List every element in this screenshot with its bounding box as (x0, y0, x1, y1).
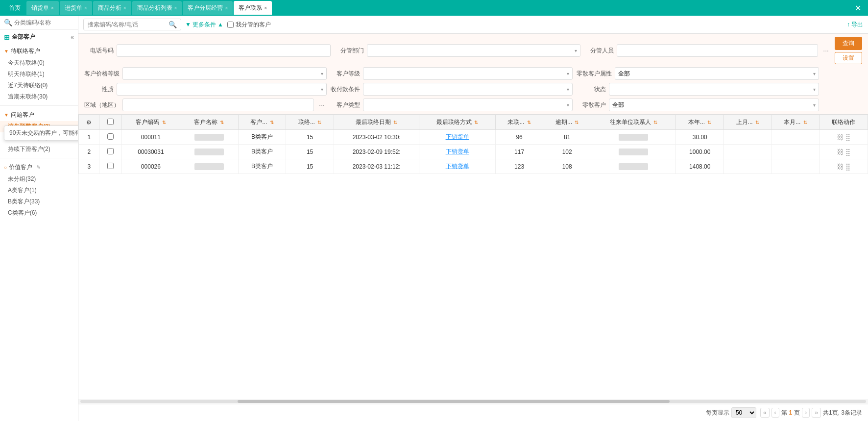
dots-icon-2[interactable]: ··· (317, 101, 327, 109)
row-checkbox[interactable] (107, 163, 114, 169)
sort-icon: ⇅ (220, 120, 224, 125)
th-contact2[interactable]: 往来单位联系人 ⇅ (591, 115, 675, 130)
cell-uncontacted: 96 (495, 130, 543, 145)
nav-tab-purchase[interactable]: 进货单 × (60, 1, 92, 15)
close-icon[interactable]: × (264, 5, 267, 11)
dots-icon[interactable]: ··· (821, 47, 831, 54)
sidebar-item-ungroup[interactable]: 未分组(32) (0, 173, 78, 185)
filter-select-payment[interactable]: ▾ (363, 83, 573, 96)
my-customer-toggle[interactable]: 我分管的客户 (227, 21, 271, 29)
nav-tab-sales[interactable]: 销货单 × (26, 1, 59, 15)
close-icon[interactable]: × (51, 5, 54, 11)
nav-tab-analysis[interactable]: 商品分析 × (93, 1, 131, 15)
sidebar-item-tomorrow[interactable]: 明天待联络(1) (0, 69, 78, 80)
link-icon[interactable]: ⛓ (837, 133, 844, 141)
th-code[interactable]: 客户编码 ⇅ (121, 115, 180, 130)
link-icon[interactable]: ⛓ (837, 163, 844, 171)
grid-action-icon[interactable]: ⣿ (845, 133, 850, 141)
grid-action-icon[interactable]: ⣿ (845, 148, 850, 156)
top-nav: 首页 销货单 × 进货单 × 商品分析 × 商品分析列表 × 客户分层经营 × … (0, 0, 868, 16)
row-checkbox[interactable] (107, 133, 114, 140)
scrollbar-area[interactable] (78, 399, 868, 404)
nav-tab-crm[interactable]: 客户分层经营 × (183, 1, 233, 15)
link-icon[interactable]: ⛓ (837, 148, 844, 156)
close-icon[interactable]: × (225, 5, 228, 11)
edit-icon[interactable]: ✎ (36, 164, 41, 171)
search-button[interactable]: 🔍 (169, 21, 177, 28)
cell-this-month (772, 130, 820, 145)
cell-contact: 15 (286, 159, 334, 174)
nav-tab-customer-contact[interactable]: 客户联系 × (234, 1, 272, 15)
first-page-button[interactable]: « (760, 408, 770, 418)
sidebar-group-title-pending[interactable]: ▼ 待联络客户 (0, 45, 78, 57)
filter-select-region[interactable] (122, 99, 314, 111)
cell-last-method[interactable]: 下销货单 (419, 130, 495, 145)
next-page-button[interactable]: › (802, 408, 810, 418)
cell-checkbox[interactable] (99, 130, 122, 145)
query-button[interactable]: 查询 (835, 37, 862, 50)
filter-select-customer-type[interactable]: ▾ (363, 99, 573, 111)
sidebar-group-title-problem[interactable]: ▼ 问题客户 (0, 109, 78, 121)
sidebar-item-today[interactable]: 今天待联络(0) (0, 57, 78, 69)
th-overdue[interactable]: 逾期... ⇅ (543, 115, 591, 130)
filter-select-price-grade[interactable]: ▾ (122, 67, 327, 80)
nav-tab-analysis-list[interactable]: 商品分析列表 × (132, 1, 182, 15)
more-filter-button[interactable]: ▼ 更多条件 ▲ (185, 21, 223, 29)
th-uncontacted[interactable]: 未联... ⇅ (495, 115, 543, 130)
cell-last-method[interactable]: 下销货单 (419, 145, 495, 159)
sidebar-group-value: ○ 价值客户 ✎ 未分组(32) A类客户(1) B类客户(33) C类客户(6… (0, 160, 78, 220)
sort-icon: ⇅ (393, 120, 397, 125)
filter-select-customer-grade[interactable]: ▾ (363, 67, 573, 80)
filter-select-dept[interactable]: ▾ (367, 44, 581, 57)
my-customer-checkbox[interactable] (227, 22, 234, 28)
sidebar-search-input[interactable] (14, 19, 78, 26)
prev-page-button[interactable]: ‹ (772, 408, 779, 418)
sidebar-item-class-b[interactable]: B类客户(33) (0, 196, 78, 207)
all-customers-header[interactable]: ⊞ 全部客户 « (0, 30, 78, 44)
row-checkbox[interactable] (107, 148, 114, 154)
sidebar-item-class-a[interactable]: A类客户(1) (0, 185, 78, 196)
scrollbar-track[interactable] (80, 400, 866, 403)
close-icon[interactable]: × (123, 5, 126, 11)
filter-select-retail-attr[interactable]: 全部 ▾ (615, 67, 819, 80)
th-last-date[interactable]: 最后联络日期 ⇅ (334, 115, 419, 130)
close-icon[interactable]: × (84, 5, 87, 11)
sidebar-item-declining[interactable]: 持续下滑客户(2) (0, 144, 78, 155)
th-name[interactable]: 客户名称 ⇅ (180, 115, 238, 130)
filter-select-retail-customer[interactable]: 全部 ▾ (609, 99, 819, 111)
sidebar-item-7days[interactable]: 近7天待联络(0) (0, 80, 78, 91)
nav-home[interactable]: 首页 (4, 1, 25, 15)
export-button[interactable]: ↑ 导出 (847, 21, 863, 29)
window-close-button[interactable]: ✕ (852, 2, 864, 14)
cell-checkbox[interactable] (99, 145, 122, 159)
per-page-select[interactable]: 50 100 200 (731, 407, 756, 418)
filter-label-person: 分管人员 (584, 47, 614, 55)
cell-last-method[interactable]: 下销货单 (419, 159, 495, 174)
th-type[interactable]: 客户... ⇅ (238, 115, 286, 130)
last-page-button[interactable]: » (812, 408, 821, 418)
filter-select-status[interactable]: ▾ (609, 83, 819, 96)
sidebar-group-pending: ▼ 待联络客户 今天待联络(0) 明天待联络(1) 近7天待联络(0) 逾期未联… (0, 44, 78, 103)
settings-button[interactable]: 设置 (835, 52, 862, 64)
filter-select-nature[interactable]: ▾ (117, 83, 327, 96)
close-icon[interactable]: × (174, 5, 177, 11)
th-this-month[interactable]: 本月... ⇅ (772, 115, 820, 130)
grid-action-icon[interactable]: ⣿ (845, 163, 850, 171)
th-settings[interactable]: ⚙ (79, 115, 99, 130)
th-last-method[interactable]: 最后联络方式 ⇅ (419, 115, 495, 130)
sidebar-group-title-value[interactable]: ○ 价值客户 ✎ (0, 161, 78, 173)
sidebar-item-class-c[interactable]: C类客户(6) (0, 207, 78, 219)
th-contact[interactable]: 联络... ⇅ (286, 115, 334, 130)
th-this-year[interactable]: 本年... ⇅ (676, 115, 724, 130)
filter-select-person[interactable] (617, 44, 818, 57)
cell-checkbox[interactable] (99, 159, 122, 174)
filter-input-phone[interactable] (117, 44, 331, 57)
main-search-input[interactable] (88, 21, 169, 28)
th-checkbox[interactable] (99, 115, 122, 130)
chevron-down-icon: ▾ (321, 71, 323, 76)
select-all-checkbox[interactable] (107, 119, 114, 125)
page-label-prefix: 第 (781, 409, 787, 417)
scrollbar-thumb[interactable] (238, 400, 670, 403)
sidebar-item-overdue-uncontact[interactable]: 逾期未联络(30) (0, 91, 78, 102)
th-last-month[interactable]: 上月... ⇅ (724, 115, 772, 130)
